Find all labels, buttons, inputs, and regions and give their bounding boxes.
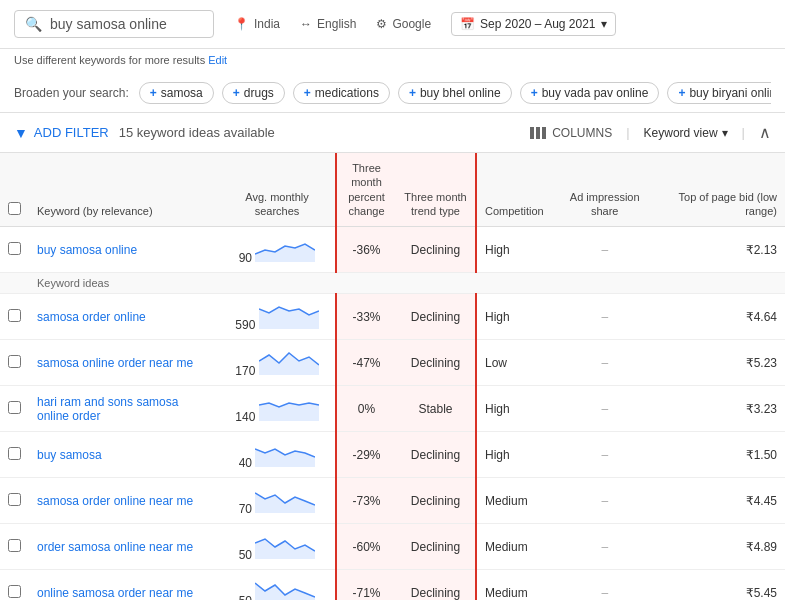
bid-cell: ₹1.50 [658, 432, 785, 478]
location-icon: 📍 [234, 17, 249, 31]
row-checkbox[interactable] [8, 309, 21, 322]
bid-cell: ₹3.23 [658, 386, 785, 432]
svg-marker-10 [255, 583, 315, 600]
add-filter-button[interactable]: ▼ ADD FILTER [14, 125, 109, 141]
table-row: order samosa online near me 50 -60% Decl… [0, 524, 785, 570]
header-ad-impression: Ad impression share [552, 153, 658, 227]
competition-cell: Medium [476, 478, 552, 524]
chip-samosa[interactable]: +samosa [139, 82, 214, 104]
filter-icon: ▼ [14, 125, 28, 141]
competition-cell: High [476, 386, 552, 432]
section-label: Keyword ideas [29, 273, 785, 294]
main-keyword-cell[interactable]: buy samosa online [29, 227, 219, 273]
sparkline [255, 531, 315, 559]
chip-medications[interactable]: +medications [293, 82, 390, 104]
sparkline [259, 347, 319, 375]
main-trend-cell: Declining [396, 227, 476, 273]
avg-cell: 50 [219, 570, 336, 600]
bid-cell: ₹4.45 [658, 478, 785, 524]
table-row: buy samosa 40 -29% Declining High – ₹1.5… [0, 432, 785, 478]
avg-cell: 70 [219, 478, 336, 524]
keyword-cell[interactable]: samosa online order near me [29, 340, 219, 386]
columns-button[interactable]: COLUMNS [529, 124, 612, 142]
ad-share-cell: – [552, 340, 658, 386]
competition-cell: High [476, 432, 552, 478]
date-range-picker[interactable]: 📅 Sep 2020 – Aug 2021 ▾ [451, 12, 615, 36]
row-checkbox[interactable] [8, 539, 21, 552]
sparkline [255, 439, 315, 467]
keyword-cell[interactable]: samosa order online near me [29, 478, 219, 524]
keywords-table-wrap: Keyword (by relevance) Avg. monthly sear… [0, 153, 785, 600]
table-row: online samosa order near me 50 -71% Decl… [0, 570, 785, 600]
search-input-wrap[interactable]: 🔍 buy samosa online [14, 10, 214, 38]
main-row-checkbox[interactable] [8, 242, 21, 255]
avg-cell: 50 [219, 524, 336, 570]
row-checkbox[interactable] [8, 355, 21, 368]
select-all-checkbox[interactable] [8, 202, 21, 215]
row-checkbox[interactable] [8, 401, 21, 414]
chip-buy-biryani-online[interactable]: +buy biryani online [667, 82, 771, 104]
chip-buy-bhel-online[interactable]: +buy bhel online [398, 82, 512, 104]
pct-cell: -73% [336, 478, 396, 524]
toolbar: ▼ ADD FILTER 15 keyword ideas available … [0, 113, 785, 153]
ad-share-cell: – [552, 478, 658, 524]
header-three-month-trend: Three month trend type [396, 153, 476, 227]
keyword-cell[interactable]: order samosa online near me [29, 524, 219, 570]
main-avg-cell: 90 [219, 227, 336, 273]
ad-share-cell: – [552, 432, 658, 478]
main-competition-cell: High [476, 227, 552, 273]
table-row: samosa order online near me 70 -73% Decl… [0, 478, 785, 524]
svg-marker-6 [259, 403, 319, 421]
chip-drugs[interactable]: +drugs [222, 82, 285, 104]
use-keywords-bar: Use different keywords for more results … [0, 49, 785, 74]
header-checkbox-col [0, 153, 29, 227]
avg-cell: 140 [219, 386, 336, 432]
collapse-button[interactable]: ∧ [759, 123, 771, 142]
svg-marker-7 [255, 449, 315, 467]
competition-cell: Medium [476, 524, 552, 570]
pct-cell: -47% [336, 340, 396, 386]
calendar-icon: 📅 [460, 17, 475, 31]
chip-buy-vada-pav-online[interactable]: +buy vada pav online [520, 82, 660, 104]
trend-cell: Declining [396, 340, 476, 386]
row-checkbox[interactable] [8, 585, 21, 598]
edit-link[interactable]: Edit [208, 54, 227, 66]
table-row: samosa order online 590 -33% Declining H… [0, 294, 785, 340]
language-pill[interactable]: ↔ English [300, 17, 356, 31]
pct-cell: -60% [336, 524, 396, 570]
bid-cell: ₹4.64 [658, 294, 785, 340]
location-pill[interactable]: 📍 India [234, 17, 280, 31]
table-row: hari ram and sons samosa online order 14… [0, 386, 785, 432]
pct-cell: 0% [336, 386, 396, 432]
main-bid-cell: ₹2.13 [658, 227, 785, 273]
main-keyword-row: buy samosa online 90 -36% Declining High [0, 227, 785, 273]
row-checkbox[interactable] [8, 493, 21, 506]
pct-cell: -29% [336, 432, 396, 478]
sparkline [259, 393, 319, 421]
trend-cell: Declining [396, 478, 476, 524]
trend-cell: Declining [396, 432, 476, 478]
bid-cell: ₹5.45 [658, 570, 785, 600]
header-competition: Competition [476, 153, 552, 227]
row-checkbox[interactable] [8, 447, 21, 460]
keyword-cell[interactable]: buy samosa [29, 432, 219, 478]
search-bar: 🔍 buy samosa online 📍 India ↔ English ⚙ … [0, 0, 785, 49]
sparkline [255, 485, 315, 513]
engine-pill[interactable]: ⚙ Google [376, 17, 431, 31]
pct-cell: -33% [336, 294, 396, 340]
keyword-cell[interactable]: hari ram and sons samosa online order [29, 386, 219, 432]
broaden-chips: +samosa +drugs +medications +buy bhel on… [139, 82, 771, 104]
main-sparkline [255, 234, 315, 262]
keyword-cell[interactable]: samosa order online [29, 294, 219, 340]
ad-share-cell: – [552, 570, 658, 600]
keyword-cell[interactable]: online samosa order near me [29, 570, 219, 600]
svg-marker-5 [259, 353, 319, 375]
main-pct-cell: -36% [336, 227, 396, 273]
engine-icon: ⚙ [376, 17, 387, 31]
pct-cell: -71% [336, 570, 396, 600]
keyword-count: 15 keyword ideas available [119, 125, 519, 140]
header-avg-monthly: Avg. monthly searches [219, 153, 336, 227]
svg-marker-9 [255, 539, 315, 559]
keyword-view-button[interactable]: Keyword view ▾ [644, 126, 728, 140]
broaden-label: Broaden your search: [14, 86, 129, 100]
